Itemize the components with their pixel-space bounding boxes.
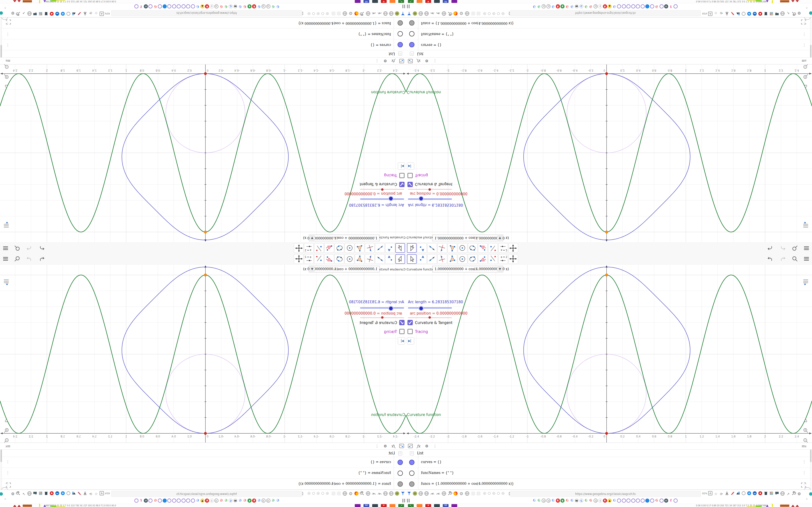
undo-button[interactable] bbox=[38, 256, 45, 263]
tool-move-graphics-view[interactable] bbox=[294, 243, 304, 253]
toggle-dot-icon[interactable] bbox=[493, 12, 495, 15]
taskbar-app-firefox[interactable] bbox=[417, 504, 422, 507]
tool-reflect-about-point[interactable] bbox=[314, 243, 324, 253]
reload-icon[interactable]: ⟳ bbox=[719, 11, 724, 16]
favicon[interactable]: W bbox=[575, 4, 579, 8]
favicon[interactable] bbox=[650, 4, 654, 8]
tool-angle[interactable]: α bbox=[324, 243, 334, 253]
row-menu-icon[interactable]: ⋮ bbox=[6, 32, 10, 37]
favicon[interactable]: ⚙ bbox=[664, 499, 668, 503]
dropdown-arrow-icon[interactable]: ▼ bbox=[310, 267, 315, 272]
favicon[interactable]: R bbox=[556, 499, 560, 503]
visibility-toggle[interactable] bbox=[398, 460, 403, 465]
search-icon[interactable] bbox=[791, 244, 799, 251]
wrench-icon[interactable] bbox=[16, 491, 21, 496]
favicon[interactable]: ▲ bbox=[608, 499, 612, 503]
trash-icon[interactable] bbox=[44, 11, 49, 16]
favicon[interactable]: i bbox=[210, 499, 214, 503]
globe-icon[interactable] bbox=[441, 11, 447, 16]
favicon[interactable] bbox=[617, 499, 621, 503]
chevron-up-icon[interactable]: ⌃ bbox=[805, 5, 808, 9]
visibility-toggle[interactable] bbox=[409, 20, 414, 25]
globe-icon[interactable] bbox=[464, 11, 470, 16]
zoom-in-button[interactable] bbox=[802, 73, 809, 79]
tool-ellipse[interactable] bbox=[335, 254, 344, 264]
favicon[interactable]: ⚙ bbox=[144, 4, 148, 8]
gear-icon[interactable]: ⚙ bbox=[10, 11, 15, 16]
gear-icon[interactable]: ⚙ bbox=[459, 491, 464, 496]
gear-icon[interactable]: ⚙ bbox=[348, 491, 353, 496]
tool-move[interactable] bbox=[395, 254, 405, 264]
favicon[interactable]: G bbox=[579, 4, 583, 8]
gear-icon[interactable]: ⚙ bbox=[797, 491, 802, 496]
tool-perpendicular-line[interactable] bbox=[365, 243, 374, 253]
globe-icon[interactable] bbox=[780, 11, 785, 16]
collapse-icon[interactable]: − bbox=[410, 52, 414, 56]
plus-blue-icon[interactable] bbox=[60, 491, 65, 496]
wrench-icon[interactable] bbox=[360, 491, 365, 496]
funnel-icon[interactable] bbox=[406, 11, 412, 16]
toggle-dot-icon[interactable] bbox=[497, 12, 500, 15]
sort-objects-icon[interactable]: ≡N bbox=[801, 444, 807, 449]
toggle-dot-icon[interactable] bbox=[497, 492, 500, 495]
play-pause-button[interactable]: ▶▏ bbox=[407, 163, 414, 170]
favicon[interactable]: G bbox=[565, 4, 569, 8]
favicon[interactable] bbox=[182, 4, 186, 8]
curvature-tangent-checkbox[interactable] bbox=[407, 320, 413, 325]
favicon[interactable]: ▲ bbox=[200, 499, 204, 503]
favicon[interactable]: G bbox=[238, 499, 242, 503]
favicon[interactable] bbox=[546, 499, 551, 503]
ring-icon[interactable] bbox=[66, 11, 71, 16]
download-icon[interactable] bbox=[724, 491, 729, 496]
gear-icon[interactable]: ⚙ bbox=[424, 58, 430, 63]
favicon[interactable]: G bbox=[584, 4, 588, 8]
olive-cam-icon[interactable] bbox=[394, 11, 400, 16]
favicon[interactable]: W bbox=[234, 4, 238, 8]
download-icon[interactable] bbox=[83, 491, 88, 496]
toggle-dot-icon[interactable] bbox=[326, 12, 329, 15]
menu-icon[interactable] bbox=[2, 256, 9, 263]
pen-icon[interactable] bbox=[77, 11, 82, 16]
favicon[interactable]: ♞ bbox=[560, 499, 564, 503]
collapse-icon[interactable]: − bbox=[410, 451, 414, 455]
plus-blue-icon[interactable] bbox=[747, 11, 752, 16]
tool-line[interactable] bbox=[375, 254, 385, 264]
tool-circle-with-center[interactable] bbox=[458, 243, 467, 253]
gauge-icon[interactable] bbox=[377, 491, 382, 496]
algebra-row-2[interactable]: funcs = {1.000000000000 + cos(4.00000000… bbox=[0, 17, 406, 28]
tool-move-graphics-view[interactable] bbox=[508, 254, 518, 264]
share-icon[interactable]: ↗ bbox=[785, 491, 791, 496]
star-icon[interactable]: ☆ bbox=[94, 11, 99, 16]
olive-cam-icon[interactable] bbox=[412, 11, 418, 16]
cube-icon[interactable] bbox=[769, 11, 774, 16]
row-menu-icon[interactable]: ⋮ bbox=[6, 43, 10, 48]
favicon[interactable]: G bbox=[612, 4, 616, 8]
wrench-icon[interactable] bbox=[360, 11, 365, 16]
url-bar[interactable]: https://www.geogebra.org/classic/aagcxh3… bbox=[510, 10, 701, 16]
row-menu-icon[interactable]: ⋮ bbox=[802, 32, 806, 37]
globe-icon[interactable] bbox=[365, 11, 371, 16]
globe-icon[interactable] bbox=[418, 11, 423, 16]
visibility-toggle[interactable] bbox=[398, 470, 403, 476]
arc-length-slider[interactable] bbox=[408, 307, 452, 308]
chevron-up-icon[interactable]: ⌃ bbox=[4, 5, 7, 9]
play-pause-button[interactable]: ▶▏ bbox=[407, 337, 414, 344]
favicon[interactable] bbox=[631, 4, 636, 8]
zoom-out-button[interactable] bbox=[3, 438, 10, 443]
favicon[interactable] bbox=[546, 4, 551, 8]
favicon[interactable]: W bbox=[575, 499, 579, 503]
taskbar-app-terminal[interactable]: >_ bbox=[408, 0, 414, 3]
function-input-box[interactable]: 1.000000000000 + cos(4.000000000000 x) ▼ bbox=[433, 266, 503, 272]
gauge-icon[interactable] bbox=[377, 11, 382, 16]
tool-angle[interactable]: α bbox=[478, 243, 488, 253]
wrench-icon[interactable] bbox=[447, 11, 452, 16]
favicon[interactable] bbox=[134, 499, 139, 503]
star-icon[interactable]: ☆ bbox=[713, 11, 718, 16]
chat-icon[interactable] bbox=[774, 491, 779, 496]
visibility-toggle[interactable] bbox=[398, 482, 403, 487]
olive-cam-icon[interactable] bbox=[394, 491, 400, 496]
favicon[interactable] bbox=[636, 499, 640, 503]
favicon[interactable] bbox=[542, 499, 546, 503]
curvature-tangent-checkbox[interactable] bbox=[407, 182, 413, 187]
tool-point[interactable]: A bbox=[385, 254, 395, 264]
